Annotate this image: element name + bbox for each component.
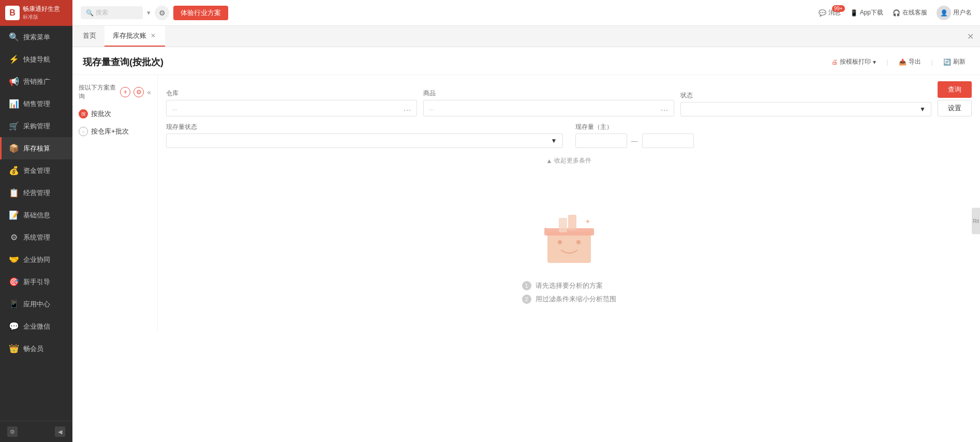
nav-label-guide: 新手引导 bbox=[23, 277, 50, 287]
sidebar-item-finance[interactable]: 💰 资金管理 bbox=[0, 159, 72, 182]
sidebar-item-operations[interactable]: 📋 经营管理 bbox=[0, 182, 72, 204]
tab-inventory-batch[interactable]: 库存批次账 ✕ bbox=[105, 26, 165, 47]
app-download-btn[interactable]: 📱 App下载 bbox=[850, 8, 883, 17]
sidebar-item-app-center[interactable]: 📱 应用中心 bbox=[0, 293, 72, 315]
empty-svg: ✦ ✦ bbox=[538, 209, 600, 266]
scheme-settings-btn[interactable]: ⚙ bbox=[133, 87, 144, 97]
nav-label-basic-info: 基础信息 bbox=[23, 211, 50, 220]
tab-home[interactable]: 首页 bbox=[75, 26, 105, 47]
product-dots[interactable]: … bbox=[660, 104, 669, 113]
collapse-up-icon: ▲ bbox=[546, 157, 553, 165]
svg-text:✦: ✦ bbox=[585, 217, 591, 226]
empty-tips: 1 请先选择要分析的方案 2 用过滤条件来缩小分析范围 bbox=[522, 281, 616, 304]
stock-status-select[interactable]: ▼ bbox=[166, 134, 563, 148]
sidebar-item-purchase[interactable]: 🛒 采购管理 bbox=[0, 115, 72, 137]
nav-icon-quick-nav: ⚡ bbox=[9, 54, 19, 64]
main-filters: 仓库 ... … 商品 ... … 状态 bbox=[158, 75, 980, 331]
sidebar-item-guide[interactable]: 🎯 新手引导 bbox=[0, 271, 72, 293]
warehouse-placeholder: ... bbox=[172, 105, 177, 112]
status-select[interactable]: ▼ bbox=[680, 102, 931, 116]
sidebar-item-basic-info[interactable]: 📝 基础信息 bbox=[0, 204, 72, 226]
stock-qty-min-input[interactable] bbox=[575, 134, 627, 148]
sidebar-logo: B bbox=[5, 6, 20, 20]
nav-label-inventory: 库存核算 bbox=[23, 144, 50, 153]
sidebar-item-membership[interactable]: 👑 畅会员 bbox=[0, 337, 72, 360]
stock-qty-max-input[interactable] bbox=[642, 134, 694, 148]
download-icon: 📱 bbox=[850, 9, 858, 17]
edition-label: 标准版 bbox=[23, 13, 60, 21]
nav-label-app-center: 应用中心 bbox=[23, 300, 50, 309]
topbar-settings-btn[interactable]: ⚙ bbox=[155, 6, 169, 20]
warehouse-filter: 仓库 ... … bbox=[166, 89, 417, 116]
svg-rect-0 bbox=[547, 232, 591, 263]
tip-text-1: 请先选择要分析的方案 bbox=[536, 281, 603, 290]
sidebar-item-search[interactable]: 🔍 搜索菜单 bbox=[0, 26, 72, 48]
nav-label-search: 搜索菜单 bbox=[23, 33, 50, 42]
tab-close-icon[interactable]: ✕ bbox=[150, 32, 157, 39]
empty-tip-1: 1 请先选择要分析的方案 bbox=[522, 281, 616, 290]
sidebar-item-system[interactable]: ⚙ 系统管理 bbox=[0, 226, 72, 248]
print-dropdown-icon[interactable]: ▾ bbox=[873, 58, 876, 66]
topbar-right: 💬 消息 99+ 📱 App下载 🎧 在线客服 👤 用户名 bbox=[819, 6, 972, 20]
collapse-btn[interactable]: ◀ bbox=[55, 426, 65, 437]
topbar: 🔍 搜索 ▾ ⚙ 体验行业方案 💬 消息 99+ 📱 App下载 🎧 在线客服 … bbox=[72, 0, 980, 26]
refresh-btn[interactable]: 🔄 刷新 bbox=[939, 55, 970, 68]
messages-btn[interactable]: 💬 消息 99+ bbox=[819, 8, 841, 17]
product-input[interactable]: ... … bbox=[423, 100, 674, 116]
qty-range-divider: — bbox=[631, 137, 638, 145]
company-name: 畅康通好生意 bbox=[23, 5, 60, 13]
nav-label-quick-nav: 快捷导航 bbox=[23, 55, 50, 64]
collapse-icon[interactable]: « bbox=[147, 88, 151, 96]
scheme-label-batch: 按批次 bbox=[91, 109, 111, 119]
product-label: 商品 bbox=[423, 89, 674, 98]
status-arrow: ▼ bbox=[919, 106, 926, 113]
sidebar-item-enterprise[interactable]: 🤝 企业协同 bbox=[0, 248, 72, 271]
sidebar-item-wechat[interactable]: 💬 企业微信 bbox=[0, 315, 72, 337]
print-icon: 🖨 bbox=[831, 58, 838, 66]
settings-btn[interactable]: ⚙ bbox=[7, 426, 18, 437]
topbar-search-box[interactable]: 🔍 搜索 bbox=[81, 6, 143, 19]
nav-label-operations: 经营管理 bbox=[23, 188, 50, 198]
stock-status-label: 现存量状态 bbox=[166, 123, 563, 131]
message-icon: 💬 bbox=[819, 9, 826, 17]
nav-icon-app-center: 📱 bbox=[9, 299, 19, 309]
sidebar-footer: ⚙ ◀ bbox=[0, 421, 72, 442]
empty-tip-2: 2 用过滤条件来缩小分析范围 bbox=[522, 294, 616, 304]
settings-display-btn[interactable]: 设置 bbox=[938, 100, 972, 116]
right-collapse-panel[interactable]: Rit bbox=[972, 208, 980, 234]
scheme-item-warehouse-batch[interactable]: ○ 按仓库+批次 bbox=[72, 123, 157, 140]
nav-label-marketing: 营销推广 bbox=[23, 77, 50, 86]
sidebar-item-quick-nav[interactable]: ⚡ 快捷导航 bbox=[0, 48, 72, 70]
nav-icon-guide: 🎯 bbox=[9, 277, 19, 287]
collapse-more-btn[interactable]: ▲ 收起更多条件 bbox=[166, 152, 972, 167]
warehouse-input[interactable]: ... … bbox=[166, 100, 417, 116]
sidebar-item-inventory[interactable]: 📦 库存核算 bbox=[0, 137, 72, 159]
export-btn[interactable]: 📤 导出 bbox=[895, 55, 925, 68]
warehouse-dots[interactable]: … bbox=[403, 104, 411, 113]
nav-icon-system: ⚙ bbox=[9, 232, 19, 242]
nav-icon-inventory: 📦 bbox=[9, 143, 19, 153]
page-title: 现存量查询(按批次) bbox=[83, 56, 164, 68]
nav-label-system: 系统管理 bbox=[23, 233, 50, 242]
sidebar-item-sales[interactable]: 📊 销售管理 bbox=[0, 93, 72, 115]
scheme-item-batch[interactable]: 按 按批次 bbox=[72, 105, 157, 123]
nav-label-membership: 畅会员 bbox=[23, 344, 43, 353]
query-btn[interactable]: 查询 bbox=[938, 81, 972, 98]
sidebar-item-marketing[interactable]: 📢 营销推广 bbox=[0, 70, 72, 93]
tabbar: 首页 库存批次账 ✕ ✕ bbox=[72, 26, 980, 47]
svg-rect-4 bbox=[559, 218, 567, 232]
topbar-dropdown[interactable]: ▾ bbox=[147, 9, 151, 17]
tabbar-close-btn[interactable]: ✕ bbox=[963, 30, 978, 43]
svg-point-3 bbox=[576, 240, 581, 244]
add-scheme-btn[interactable]: + bbox=[120, 87, 130, 97]
app-download-label: App下载 bbox=[860, 8, 883, 17]
online-service-btn[interactable]: 🎧 在线客服 bbox=[893, 8, 927, 17]
right-panel-label: Rit bbox=[973, 218, 979, 224]
trial-btn[interactable]: 体验行业方案 bbox=[173, 6, 228, 20]
nav-icon-sales: 📊 bbox=[9, 99, 19, 109]
user-avatar-btn[interactable]: 👤 用户名 bbox=[937, 6, 972, 20]
nav-icon-wechat: 💬 bbox=[9, 321, 19, 331]
print-btn[interactable]: 🖨 按模板打印 ▾ bbox=[827, 55, 880, 68]
tab-inventory-batch-label: 库存批次账 bbox=[113, 31, 146, 40]
status-placeholder bbox=[686, 106, 688, 113]
